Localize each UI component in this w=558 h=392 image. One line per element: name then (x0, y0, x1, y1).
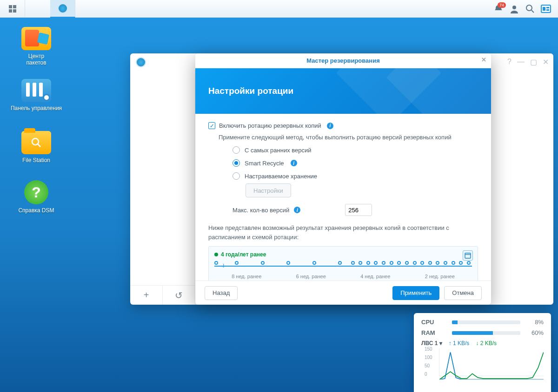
max-versions-input[interactable] (345, 204, 372, 216)
cancel-button[interactable]: Отмена (444, 286, 482, 300)
apply-button[interactable]: Применить (392, 286, 439, 300)
window-help-icon[interactable]: ? (507, 58, 512, 66)
window-close-icon[interactable]: ✕ (543, 58, 549, 66)
ram-value: 60% (525, 329, 544, 336)
svg-rect-2 (9, 9, 12, 13)
widgets-icon[interactable] (540, 3, 551, 14)
svg-point-11 (32, 138, 39, 145)
svg-rect-8 (543, 7, 545, 11)
svg-rect-10 (546, 9, 549, 11)
add-task-button[interactable]: + (130, 286, 163, 305)
svg-point-5 (526, 5, 532, 11)
svg-rect-0 (9, 5, 12, 8)
cpu-bar (452, 320, 520, 324)
svg-rect-9 (546, 7, 549, 8)
info-icon[interactable]: i (291, 160, 297, 166)
system-health-widget: CPU 8% RAM 60% ЛВС 1 ▾ ↑ 1 KB/s ↓ 2 KB/s… (414, 313, 551, 392)
download-rate: ↓ 2 KB/s (476, 340, 497, 346)
close-icon[interactable]: ✕ (481, 56, 486, 63)
info-icon[interactable]: i (327, 123, 333, 129)
search-icon[interactable] (525, 3, 536, 14)
desktop-icon-dsm-help[interactable]: ? Справка DSM (8, 180, 64, 214)
ram-label: RAM (421, 329, 447, 336)
radio-smart-recycle[interactable] (232, 159, 240, 167)
cpu-value: 8% (525, 319, 544, 326)
app-icon (136, 57, 146, 67)
lan-selector[interactable]: ЛВС 1 ▾ (421, 340, 442, 346)
wizard-banner: Настройки ротации (195, 68, 491, 114)
user-icon[interactable] (509, 3, 520, 14)
timeline-preview: 4 года/лет ранее ≀ (208, 246, 478, 281)
svg-rect-13 (465, 253, 471, 258)
timeline-range-label: 4 года/лет ранее (214, 251, 472, 258)
window-minimize-icon[interactable]: — (517, 58, 525, 66)
main-menu-button[interactable] (0, 0, 25, 18)
network-sparkline: 150 100 50 0 (439, 348, 544, 376)
info-icon[interactable]: i (294, 207, 300, 213)
notifications-badge: 74 (498, 2, 506, 8)
timeline-description: Ниже представлен возможный результат хра… (208, 223, 478, 242)
back-button[interactable]: Назад (205, 286, 238, 300)
taskbar-app-hyperbackup[interactable] (50, 0, 75, 18)
cpu-label: CPU (421, 319, 447, 326)
desktop-icon-control-panel[interactable]: Панель управления (5, 79, 68, 111)
radio-oldest[interactable] (232, 146, 240, 154)
taskbar: 74 (0, 0, 558, 18)
desktop-icon-file-station[interactable]: File Station (8, 131, 64, 163)
radio-custom[interactable] (232, 172, 240, 180)
calendar-icon[interactable] (463, 250, 473, 261)
ram-bar (452, 331, 520, 335)
upload-rate: ↑ 1 KB/s (449, 340, 470, 346)
notifications-icon[interactable]: 74 (493, 3, 504, 14)
max-versions-label: Макс. кол-во версий (232, 207, 289, 214)
wizard-title: Мастер резервирования (306, 57, 380, 64)
custom-settings-button[interactable]: Настройки (246, 183, 291, 197)
wizard-title-bar: Мастер резервирования ✕ (195, 53, 491, 68)
svg-line-6 (531, 10, 534, 13)
desktop-icon-package-center[interactable]: Центр пакетов (8, 27, 64, 66)
enable-rotation-checkbox[interactable]: ✓ (208, 122, 215, 129)
svg-line-12 (38, 144, 40, 147)
method-hint: Примените следующий метод, чтобы выполни… (219, 134, 478, 141)
history-button[interactable]: ↺ (163, 286, 195, 305)
svg-rect-3 (13, 9, 16, 13)
svg-point-4 (512, 6, 516, 9)
window-maximize-icon[interactable]: ▢ (530, 58, 537, 66)
backup-wizard-modal: Мастер резервирования ✕ Настройки ротаци… (195, 53, 491, 305)
enable-rotation-label: Включить ротацию резервных копий (219, 122, 321, 129)
svg-rect-1 (13, 5, 16, 8)
